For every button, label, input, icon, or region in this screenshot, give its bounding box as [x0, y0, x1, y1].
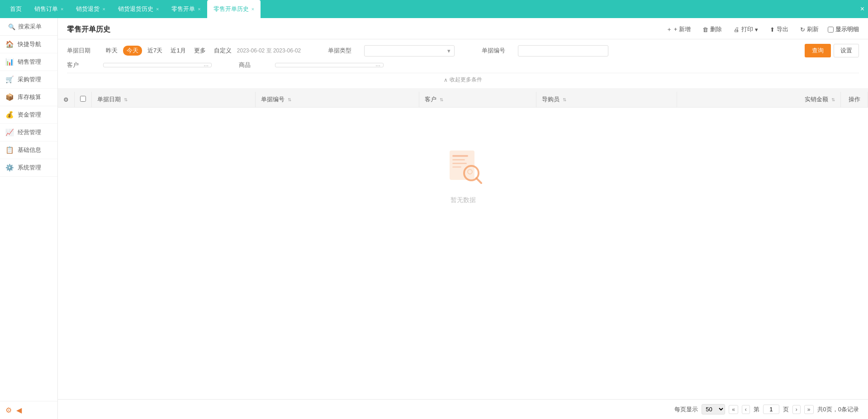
sidebar-collapse-icon[interactable]: ◀ [16, 406, 22, 414]
per-page-label: 每页显示 [674, 405, 698, 414]
doc-no-input[interactable] [518, 45, 608, 56]
sort-amount-icon[interactable]: ⇅ [831, 97, 835, 102]
page-label: 第 [754, 405, 759, 414]
custom-btn[interactable]: 自定义 [211, 46, 234, 56]
tab-sales-return-history[interactable]: 销货退货历史 × [112, 0, 165, 18]
sidebar-item-label: 基础信息 [18, 146, 41, 154]
add-button[interactable]: ＋ + 新增 [664, 24, 693, 35]
more-btn[interactable]: 更多 [191, 46, 209, 56]
yesterday-btn[interactable]: 昨天 [103, 46, 120, 56]
sidebar-item-label: 快捷导航 [18, 40, 41, 48]
export-button[interactable]: ⬆ 导出 [767, 24, 791, 35]
per-page-select[interactable]: 50 10 20 100 [702, 404, 725, 414]
total-text: 共0页，0条记录 [817, 405, 859, 414]
display-detail-checkbox-label[interactable]: 显示明细 [828, 25, 859, 33]
export-icon: ⬆ [770, 26, 775, 33]
th-config[interactable]: ⚙ [58, 92, 75, 108]
tab-retail-open-history[interactable]: 零售开单历史 × [207, 0, 261, 18]
prev-page-btn[interactable]: ‹ [742, 405, 750, 414]
home-icon: 🏠 [5, 40, 14, 48]
filter-area: 单据日期 昨天 今天 近7天 近1月 更多 自定义 2023-06-02 至 2… [58, 39, 868, 88]
sales-icon: 📊 [5, 58, 14, 66]
setting-button[interactable]: 设置 [834, 44, 859, 57]
chevron-up-icon: ∧ [444, 77, 448, 83]
sidebar-item-operations[interactable]: 📈 经营管理 [0, 124, 57, 141]
search-icon: 🔍 [8, 24, 15, 30]
th-checkbox[interactable] [75, 92, 92, 108]
print-icon: 🖨 [734, 26, 740, 33]
last7-btn[interactable]: 近7天 [145, 46, 165, 56]
date-filter-buttons: 昨天 今天 近7天 近1月 更多 自定义 2023-06-02 至 2023-0… [103, 46, 301, 56]
page-title: 零售开单历史 [67, 25, 110, 34]
page-number-input[interactable] [763, 405, 779, 414]
sidebar-item-inventory[interactable]: 📦 库存核算 [0, 89, 57, 106]
sidebar-item-label: 采购管理 [18, 75, 41, 84]
config-icon[interactable]: ⚙ [63, 96, 69, 103]
date-range-display: 2023-06-02 至 2023-06-02 [237, 47, 301, 55]
close-tab-retail-open-history[interactable]: × [251, 6, 254, 12]
finance-icon: 💰 [5, 111, 14, 119]
page-header: 零售开单历史 ＋ + 新增 🗑 删除 🖨 打印 ▾ [58, 18, 868, 39]
delete-icon: 🗑 [702, 26, 708, 33]
th-action: 操作 [841, 92, 868, 108]
select-all-checkbox[interactable] [80, 96, 86, 102]
sort-docno-icon[interactable]: ⇅ [288, 97, 291, 102]
sidebar-item-quick-nav[interactable]: 🏠 快捷导航 [0, 36, 57, 53]
sidebar-settings-icon[interactable]: ⚙ [5, 406, 12, 414]
th-salesperson: 导购员 ⇅ [536, 92, 677, 108]
tab-retail-open[interactable]: 零售开单 × [165, 0, 207, 18]
inventory-icon: 📦 [5, 93, 14, 101]
svg-line-6 [476, 178, 481, 183]
sidebar-item-purchase-mgmt[interactable]: 🛒 采购管理 [0, 71, 57, 89]
close-tab-sales-return-history[interactable]: × [156, 6, 159, 12]
sidebar-item-sales-mgmt[interactable]: 📊 销售管理 [0, 53, 57, 71]
sort-date-icon[interactable]: ⇅ [124, 97, 128, 102]
close-tab-sales-order[interactable]: × [61, 6, 63, 12]
tab-sales-return[interactable]: 销货退货 × [70, 0, 111, 18]
delete-button[interactable]: 🗑 删除 [700, 24, 725, 35]
first-page-btn[interactable]: « [729, 405, 738, 414]
query-button[interactable]: 查询 [805, 44, 831, 57]
goods-input[interactable] [275, 63, 384, 67]
data-table: ⚙ 单据日期 ⇅ 单据编号 ⇅ [58, 92, 868, 108]
th-doc-no: 单据编号 ⇅ [256, 92, 419, 108]
close-tab-retail-open[interactable]: × [198, 6, 200, 12]
purchase-icon: 🛒 [5, 75, 14, 84]
tab-home[interactable]: 首页 [4, 0, 28, 18]
empty-state: 暂无数据 [58, 108, 868, 222]
today-btn[interactable]: 今天 [123, 46, 142, 56]
sidebar-search[interactable]: 🔍 搜索采单 [0, 18, 57, 36]
sidebar-bottom: ⚙ ◀ [0, 401, 57, 419]
close-tab-sales-return[interactable]: × [102, 6, 105, 12]
collapse-button[interactable]: ∧ 收起更多条件 [444, 76, 482, 84]
sidebar-search-label: 搜索采单 [18, 23, 42, 31]
sidebar-item-finance[interactable]: 💰 资金管理 [0, 106, 57, 124]
sidebar-item-system[interactable]: ⚙️ 系统管理 [0, 159, 57, 177]
sort-salesperson-icon[interactable]: ⇅ [563, 97, 566, 102]
sidebar-item-basic-info[interactable]: 📋 基础信息 [0, 141, 57, 159]
tab-sales-order[interactable]: 销售订单 × [28, 0, 70, 18]
svg-rect-2 [452, 159, 465, 160]
refresh-icon: ↻ [800, 26, 805, 33]
last-month-btn[interactable]: 近1月 [168, 46, 188, 56]
refresh-button[interactable]: ↻ 刷新 [797, 24, 821, 35]
doc-type-select[interactable]: ▾ [364, 45, 455, 56]
pagination: 每页显示 50 10 20 100 « ‹ 第 页 › » 共0页，0条记录 [58, 399, 868, 419]
toolbar: ＋ + 新增 🗑 删除 🖨 打印 ▾ ⬆ 导出 [664, 24, 859, 35]
customer-input[interactable] [103, 63, 212, 67]
empty-illustration [441, 144, 486, 189]
next-page-btn[interactable]: › [792, 405, 801, 414]
date-filter-label: 单据日期 [67, 47, 94, 55]
sidebar-item-label: 系统管理 [18, 164, 41, 172]
sort-customer-icon[interactable]: ⇅ [440, 97, 443, 102]
sidebar-item-label: 资金管理 [18, 111, 41, 119]
last-page-btn[interactable]: » [804, 405, 814, 414]
print-button[interactable]: 🖨 打印 ▾ [731, 24, 761, 35]
add-icon: ＋ [666, 25, 672, 33]
goods-label: 商品 [239, 61, 266, 69]
operations-icon: 📈 [5, 128, 14, 137]
customer-label: 客户 [67, 61, 94, 69]
top-navigation: 首页 销售订单 × 销货退货 × 销货退货历史 × 零售开单 × 零售开单历史 … [0, 0, 868, 18]
window-close-button[interactable]: × [860, 5, 864, 13]
display-detail-checkbox[interactable] [828, 27, 834, 33]
